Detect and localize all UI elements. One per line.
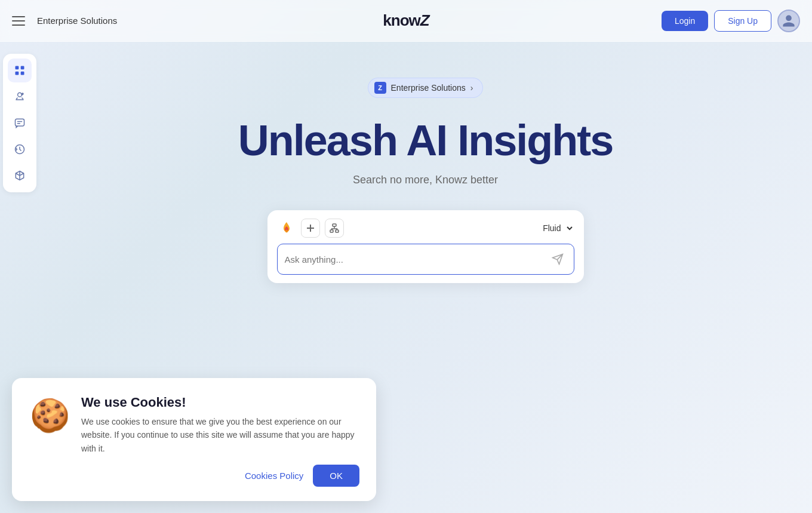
- enterprise-badge[interactable]: Z Enterprise Solutions ›: [368, 78, 484, 98]
- add-button[interactable]: [301, 219, 320, 238]
- navbar: Enterprise Solutions knowZ Login Sign Up: [0, 0, 812, 42]
- login-button[interactable]: Login: [662, 11, 708, 31]
- cookie-icon: 🍪: [29, 395, 70, 437]
- fluid-label: Fluid: [543, 223, 561, 233]
- cookies-policy-button[interactable]: Cookies Policy: [245, 471, 303, 481]
- signup-button[interactable]: Sign Up: [714, 10, 771, 32]
- svg-rect-2: [15, 72, 19, 75]
- search-toolbar: Fluid: [277, 219, 574, 238]
- cookie-banner: 🍪 We use Cookies! We use cookies to ensu…: [12, 378, 376, 501]
- svg-rect-3: [20, 72, 24, 75]
- logo-container: knowZ: [383, 11, 429, 30]
- sidebar-item-cube[interactable]: [8, 164, 32, 188]
- flame-icon[interactable]: [277, 219, 296, 238]
- sidebar-item-chat[interactable]: [8, 111, 32, 135]
- svg-rect-6: [15, 119, 24, 126]
- navbar-left: Enterprise Solutions: [12, 16, 117, 26]
- cookie-text-block: We use Cookies! We use cookies to ensure…: [81, 395, 359, 455]
- hamburger-menu-button[interactable]: [12, 16, 25, 26]
- badge-chevron-icon: ›: [470, 83, 473, 93]
- svg-rect-10: [330, 230, 333, 232]
- org-chart-button[interactable]: [325, 219, 344, 238]
- fluid-selector[interactable]: Fluid: [543, 223, 574, 233]
- sidebar-item-grid[interactable]: [8, 59, 32, 82]
- user-avatar[interactable]: [777, 10, 800, 32]
- cookie-description: We use cookies to ensure that we give yo…: [81, 415, 359, 455]
- svg-point-4: [17, 93, 21, 97]
- search-input[interactable]: [285, 254, 544, 265]
- cookie-title: We use Cookies!: [81, 395, 359, 410]
- svg-rect-11: [336, 230, 339, 232]
- svg-rect-0: [15, 66, 19, 70]
- svg-rect-1: [20, 66, 24, 70]
- hero-heading: Unleash AI Insights: [238, 117, 613, 164]
- cookie-actions: Cookies Policy OK: [29, 465, 359, 487]
- search-input-row: [277, 244, 574, 275]
- sidebar-item-ai[interactable]: [8, 85, 32, 109]
- send-button[interactable]: [549, 250, 567, 268]
- svg-rect-9: [333, 224, 336, 226]
- logo[interactable]: knowZ: [383, 11, 429, 29]
- badge-label: Enterprise Solutions: [391, 83, 466, 93]
- badge-z-icon: Z: [374, 82, 386, 94]
- navbar-right: Login Sign Up: [662, 10, 800, 32]
- hero-subtext: Search no more, Knowz better: [353, 174, 498, 186]
- nav-enterprise-label: Enterprise Solutions: [37, 16, 117, 26]
- sidebar-group: [3, 54, 36, 192]
- cookie-top: 🍪 We use Cookies! We use cookies to ensu…: [29, 395, 359, 455]
- cookie-ok-button[interactable]: OK: [313, 465, 359, 487]
- svg-point-8: [285, 230, 288, 233]
- search-container: Fluid: [267, 210, 584, 283]
- sidebar-item-history[interactable]: [8, 137, 32, 161]
